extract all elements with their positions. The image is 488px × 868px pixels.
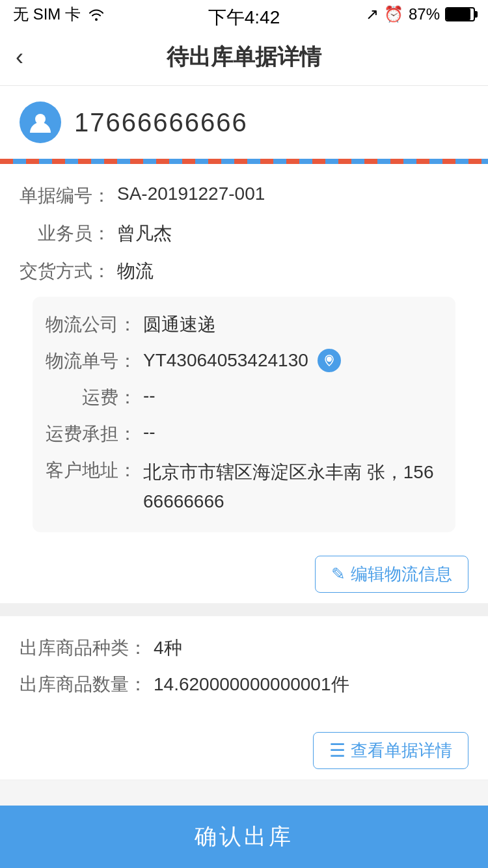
user-avatar bbox=[20, 102, 61, 143]
salesman-value: 曾凡杰 bbox=[117, 221, 468, 246]
product-section: 出库商品种类： 4种 出库商品数量： 14.620000000000001件 bbox=[0, 616, 488, 722]
status-right: ↗ ⏰ 87% bbox=[366, 5, 475, 23]
tracking-location-icon[interactable] bbox=[318, 349, 341, 372]
tracking-row: 物流单号： YT43064053424130 bbox=[46, 349, 442, 373]
address-value: 北京市市辖区海淀区永丰南 张，156 66666666 bbox=[143, 458, 442, 517]
tracking-number: YT43064053424130 bbox=[143, 350, 308, 371]
freight-bear-value: -- bbox=[143, 422, 442, 442]
status-left: 无 SIM 卡 bbox=[13, 4, 105, 25]
carrier-text: 无 SIM 卡 bbox=[13, 4, 81, 25]
svg-point-1 bbox=[327, 357, 332, 362]
freight-row: 运费： -- bbox=[46, 385, 442, 410]
page-title: 待出库单据详情 bbox=[167, 42, 321, 72]
logistics-company-value: 圆通速递 bbox=[143, 312, 442, 337]
salesman-row: 业务员： 曾凡杰 bbox=[20, 221, 468, 246]
map-pin-icon bbox=[323, 354, 336, 367]
user-header: 17666666666 bbox=[0, 86, 488, 159]
user-phone: 17666666666 bbox=[74, 108, 248, 137]
delivery-row: 交货方式： 物流 bbox=[20, 259, 468, 284]
order-info-section: 单据编号： SA-20191227-001 业务员： 曾凡杰 交货方式： 物流 … bbox=[0, 164, 488, 545]
edit-logistics-button[interactable]: ✎ 编辑物流信息 bbox=[315, 556, 468, 593]
dashed-divider bbox=[0, 159, 488, 164]
order-number-label: 单据编号： bbox=[20, 183, 111, 208]
product-quantity-label: 出库商品数量： bbox=[20, 672, 147, 697]
tracking-value: YT43064053424130 bbox=[143, 349, 442, 372]
delivery-value: 物流 bbox=[117, 259, 468, 284]
battery-text: 87% bbox=[409, 5, 440, 23]
salesman-label: 业务员： bbox=[20, 221, 111, 246]
location-icon-status: ↗ bbox=[366, 5, 379, 23]
list-icon: ☰ bbox=[329, 740, 346, 761]
freight-value: -- bbox=[143, 385, 442, 406]
view-detail-button[interactable]: ☰ 查看单据详情 bbox=[313, 732, 468, 769]
logistics-card: 物流公司： 圆通速递 物流单号： YT43064053424130 运费： bbox=[33, 297, 455, 532]
order-number-row: 单据编号： SA-20191227-001 bbox=[20, 183, 468, 208]
edit-btn-wrapper: ✎ 编辑物流信息 bbox=[0, 545, 488, 603]
order-number-value: SA-20191227-001 bbox=[117, 183, 468, 204]
product-quantity-row: 出库商品数量： 14.620000000000001件 bbox=[20, 672, 468, 697]
battery-icon bbox=[445, 7, 475, 21]
logistics-company-label: 物流公司： bbox=[46, 312, 137, 337]
delivery-label: 交货方式： bbox=[20, 259, 111, 284]
nav-bar: ‹ 待出库单据详情 bbox=[0, 29, 488, 86]
status-time: 下午4:42 bbox=[208, 5, 280, 30]
logistics-company-row: 物流公司： 圆通速递 bbox=[46, 312, 442, 337]
product-types-row: 出库商品种类： 4种 bbox=[20, 636, 468, 660]
view-detail-wrapper: ☰ 查看单据详情 bbox=[0, 722, 488, 780]
freight-bear-row: 运费承担： -- bbox=[46, 422, 442, 446]
address-label: 客户地址： bbox=[46, 458, 137, 483]
product-types-value: 4种 bbox=[154, 636, 468, 660]
freight-label: 运费： bbox=[46, 385, 137, 410]
avatar-icon bbox=[27, 109, 53, 135]
edit-icon: ✎ bbox=[331, 564, 346, 584]
section-divider-1 bbox=[0, 603, 488, 616]
view-detail-label: 查看单据详情 bbox=[351, 739, 452, 762]
confirm-btn-text: 确认出库 bbox=[195, 822, 293, 852]
status-bar: 无 SIM 卡 下午4:42 ↗ ⏰ 87% bbox=[0, 0, 488, 29]
back-button[interactable]: ‹ bbox=[16, 44, 23, 71]
product-types-label: 出库商品种类： bbox=[20, 636, 147, 660]
freight-bear-label: 运费承担： bbox=[46, 422, 137, 446]
product-quantity-value: 14.620000000000001件 bbox=[154, 672, 468, 697]
edit-btn-label: 编辑物流信息 bbox=[351, 563, 452, 586]
alarm-icon: ⏰ bbox=[384, 5, 403, 23]
confirm-button[interactable]: 确认出库 bbox=[0, 806, 488, 868]
tracking-label: 物流单号： bbox=[46, 349, 137, 373]
wifi-icon bbox=[87, 8, 105, 21]
address-row: 客户地址： 北京市市辖区海淀区永丰南 张，156 66666666 bbox=[46, 458, 442, 517]
